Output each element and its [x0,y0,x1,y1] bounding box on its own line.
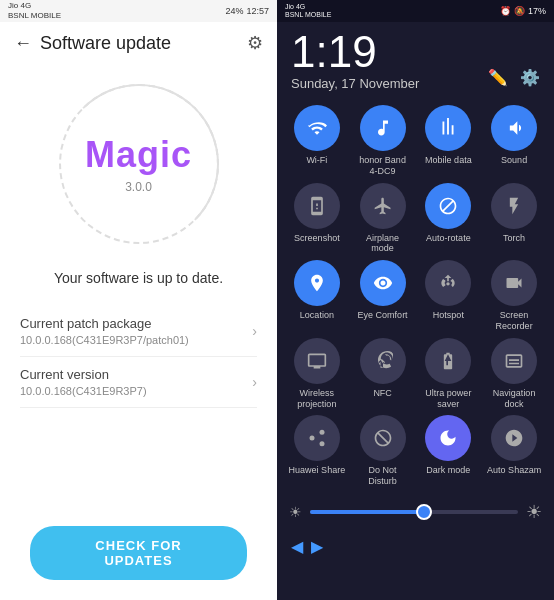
tile-ultra-power[interactable]: Ultra powersaver [419,338,479,410]
page-title: Software update [40,33,171,54]
update-content: Magic 3.0.0 Your software is up to date.… [0,64,277,510]
tile-location[interactable]: Location [287,260,347,332]
tile-airplane[interactable]: Airplanemode [353,183,413,255]
header-bar: ← Software update ⚙ [0,22,277,64]
nfc-icon [360,338,406,384]
date-display: Sunday, 17 November [291,76,419,91]
tile-screenshot[interactable]: Screenshot [287,183,347,255]
mobile-data-icon [425,105,471,151]
screenshot-label: Screenshot [294,233,340,244]
screenshot-icon [294,183,340,229]
patch-package-content: Current patch package 10.0.0.168(C431E9R… [20,316,189,346]
header-left: ← Software update [14,33,171,54]
patch-value: 10.0.0.168(C431E9R3P7/patch01) [20,334,189,346]
auto-shazam-label: Auto Shazam [487,465,541,476]
qs-header: 1:19 Sunday, 17 November ✏️ ⚙️ [277,22,554,99]
mobile-data-label: Mobile data [425,155,472,166]
wireless-proj-label: Wirelessprojection [297,388,336,410]
right-battery: 17% [528,6,546,16]
tile-torch[interactable]: Torch [484,183,544,255]
tile-hotspot[interactable]: Hotspot [419,260,479,332]
right-carrier1: Jio 4G [285,3,331,11]
auto-shazam-icon [491,415,537,461]
brightness-high-icon: ☀ [526,501,542,523]
tile-auto-rotate[interactable]: Auto-rotate [419,183,479,255]
tile-mobile-data[interactable]: Mobile data [419,105,479,177]
version-item-value: 10.0.0.168(C431E9R3P7) [20,385,147,397]
tile-nfc[interactable]: NFC [353,338,413,410]
time-label: 12:57 [246,6,269,16]
carrier1-label: Jio 4G [8,1,61,11]
tile-wifi[interactable]: Wi-Fi [287,105,347,177]
eye-comfort-label: Eye Comfort [358,310,408,321]
tile-sound[interactable]: Sound [484,105,544,177]
tile-auto-shazam[interactable]: Auto Shazam [484,415,544,487]
wifi-label: Wi-Fi [306,155,327,166]
check-btn-container: CHECK FOR UPDATES [0,510,277,600]
chevron-right-icon-2: › [252,374,257,390]
settings-icon[interactable]: ⚙ [247,32,263,54]
tile-eye-comfort[interactable]: Eye Comfort [353,260,413,332]
quick-tiles-grid: Wi-Fi honor Band4-DC9 Mobile data Sound [277,99,554,493]
status-bar-left: Jio 4G BSNL MOBILE 24% 12:57 [0,0,277,22]
svg-point-0 [319,430,324,435]
tile-huawei-share[interactable]: Huawei Share [287,415,347,487]
auto-rotate-label: Auto-rotate [426,233,471,244]
carrier-info: Jio 4G BSNL MOBILE [8,1,61,20]
nfc-label: NFC [373,388,392,399]
status-right: 24% 12:57 [225,6,269,16]
tile-wireless-proj[interactable]: Wirelessprojection [287,338,347,410]
svg-point-1 [309,436,314,441]
brightness-thumb[interactable] [416,504,432,520]
brightness-fill [310,510,424,514]
screen-recorder-icon [491,260,537,306]
do-not-disturb-label: Do NotDisturb [368,465,397,487]
back-button[interactable]: ← [14,33,32,54]
do-not-disturb-icon [360,415,406,461]
brightness-slider[interactable] [310,510,518,514]
check-updates-button[interactable]: CHECK FOR UPDATES [30,526,247,580]
tile-honor-band[interactable]: honor Band4-DC9 [353,105,413,177]
current-version-item[interactable]: Current version 10.0.0.168(C431E9R3P7) › [20,357,257,408]
tile-dark-mode[interactable]: Dark mode [419,415,479,487]
version-item-label: Current version [20,367,147,382]
edit-icon[interactable]: ✏️ [488,68,508,87]
magic-label: Magic [85,134,192,176]
tile-do-not-disturb[interactable]: Do NotDisturb [353,415,413,487]
brightness-low-icon: ☀ [289,504,302,520]
time-display: 1:19 [291,30,419,74]
carrier2-label: BSNL MOBILE [8,11,61,21]
huawei-share-icon [294,415,340,461]
update-status-message: Your software is up to date. [54,270,223,286]
right-status-icons: ⏰ 🔕 17% [500,6,546,16]
hotspot-label: Hotspot [433,310,464,321]
patch-package-item[interactable]: Current patch package 10.0.0.168(C431E9R… [20,306,257,357]
update-spinner: Magic 3.0.0 [59,84,219,244]
tile-screen-recorder[interactable]: ScreenRecorder [484,260,544,332]
chevron-right-icon: › [252,323,257,339]
dark-mode-icon [425,415,471,461]
qs-settings-icon[interactable]: ⚙️ [520,68,540,87]
wifi-icon [294,105,340,151]
huawei-share-label: Huawei Share [289,465,346,476]
torch-icon [491,183,537,229]
dnd-icon: 🔕 [514,6,525,16]
right-carrier2: BSNL MOBILE [285,11,331,19]
airplane-icon [360,183,406,229]
qs-top-icons: ✏️ ⚙️ [488,68,540,95]
airplane-label: Airplanemode [366,233,399,255]
brightness-row: ☀ ☀ [277,493,554,531]
tile-nav-dock[interactable]: Navigationdock [484,338,544,410]
dark-mode-label: Dark mode [426,465,470,476]
location-label: Location [300,310,334,321]
honor-band-icon [360,105,406,151]
patch-label: Current patch package [20,316,189,331]
auto-rotate-icon [425,183,471,229]
ultra-power-label: Ultra powersaver [425,388,471,410]
honor-band-label: honor Band4-DC9 [359,155,406,177]
nav-dock-icon [491,338,537,384]
time-date-block: 1:19 Sunday, 17 November [291,30,419,95]
status-bar-right: Jio 4G BSNL MOBILE ⏰ 🔕 17% [277,0,554,22]
sound-label: Sound [501,155,527,166]
hotspot-icon [425,260,471,306]
